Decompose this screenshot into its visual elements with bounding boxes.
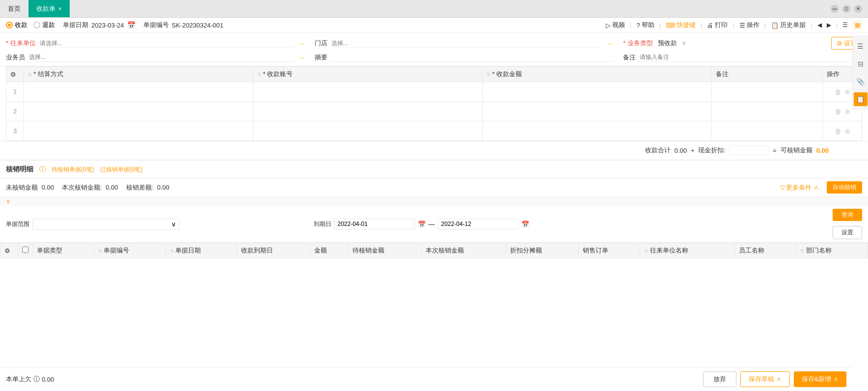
done-tab[interactable]: 已核销单据(0笔) <box>100 166 143 174</box>
range-dropdown-icon: ∨ <box>171 221 176 228</box>
nav-prev[interactable]: ◀ <box>817 22 822 28</box>
table-settings-col[interactable]: ⚙ <box>6 67 24 82</box>
number-field: 单据编号 SK-20230324-001 <box>143 21 224 29</box>
window-controls: — □ × <box>825 5 868 13</box>
toolbar-row: 收款 退款 单据日期 2023-03-24 📅 单据编号 SK-20230324… <box>0 18 868 33</box>
current-amount: 本次核销金额: 0.00 <box>62 183 118 192</box>
video-label: 视频 <box>612 21 625 29</box>
history-link[interactable]: 📋 历史单据 <box>771 21 806 29</box>
bottom-th-settings[interactable]: ⚙ <box>0 243 18 258</box>
number-label: 单据编号 <box>143 21 169 29</box>
hexiao-info-icon[interactable]: ⓘ <box>39 165 46 174</box>
shortcut-link[interactable]: ⌨ 快捷键 <box>666 21 696 29</box>
summary-field: 摘要 <box>315 53 614 62</box>
cell-settlement-2[interactable] <box>24 102 253 121</box>
calendar-icon[interactable]: 📅 <box>127 21 136 29</box>
pending-tab[interactable]: 待核销单据(0笔) <box>52 166 94 174</box>
delete-icon-3[interactable]: 🗑 <box>835 127 841 135</box>
maximize-button[interactable]: □ <box>842 5 850 13</box>
salesperson-input[interactable] <box>27 53 295 62</box>
cell-account-3[interactable] <box>253 121 483 141</box>
salesperson-more-icon[interactable]: ··· <box>299 54 305 61</box>
date-value: 2023-03-24 <box>91 22 124 29</box>
radio-dot-receipt <box>6 22 13 28</box>
history-icon: 📋 <box>771 22 779 29</box>
date-from-input[interactable] <box>334 219 415 229</box>
bottom-table-section: ⚙ 单据类型 ⇅ 单据编号 ⇅ <box>0 243 868 258</box>
cell-remark-1[interactable] <box>712 82 823 102</box>
copy-icon-2[interactable]: ⊕ <box>844 108 850 115</box>
abandon-button[interactable]: 放弃 <box>703 371 736 387</box>
cell-remark-3[interactable] <box>712 121 823 141</box>
counterpart-more-icon[interactable]: ··· <box>299 39 305 47</box>
print-link[interactable]: 🖨 打印 <box>707 21 728 29</box>
store-more-icon[interactable]: ··· <box>607 39 613 47</box>
bottom-th-due-date: 收款到期日 <box>237 243 310 258</box>
footer-info-icon[interactable]: ⓘ <box>33 375 40 384</box>
operate-label: 操作 <box>747 21 760 29</box>
help-link[interactable]: ? 帮助 <box>636 21 654 29</box>
counterpart-input[interactable] <box>38 39 295 48</box>
cell-remark-2[interactable] <box>712 102 823 121</box>
setting-button-2[interactable]: 设置 <box>833 226 862 239</box>
radio-receipt[interactable]: 收款 <box>6 21 27 29</box>
cell-amount-2[interactable] <box>483 102 712 121</box>
range-label: 单据范围 <box>6 220 29 228</box>
draft-button[interactable]: 保存草稿 ∧ <box>740 371 790 387</box>
cell-settlement-1[interactable] <box>24 82 253 102</box>
summary-input[interactable] <box>329 53 614 62</box>
range-select[interactable]: ∨ <box>32 219 180 230</box>
view-list-icon[interactable]: ☰ <box>842 22 848 28</box>
more-filters-btn[interactable]: ▽ 更多条件 ∧ <box>780 183 819 192</box>
th-settlement: ⇅ * 结算方式 <box>24 67 253 82</box>
operate-link[interactable]: ☰ 操作 <box>739 21 760 29</box>
help-label: 帮助 <box>642 21 654 29</box>
close-button[interactable]: × <box>854 5 862 13</box>
nav-next[interactable]: ▶ <box>827 22 831 28</box>
delete-icon-2[interactable]: 🗑 <box>835 108 841 115</box>
table-section: ⚙ ⇅ * 结算方式 ⇅ * 收款账号 ⇅ * 收款金额 <box>0 66 868 141</box>
auto-hexiao-button[interactable]: 自动核销 <box>827 181 862 194</box>
cell-amount-3[interactable] <box>483 121 712 141</box>
minimize-button[interactable]: — <box>831 5 839 13</box>
form-row-1: * 往来单位 ··· 门店 ··· * 业务类型 预收款 ▼ ⚙ 设置 <box>6 37 862 50</box>
remark-input[interactable] <box>638 53 862 62</box>
cell-settlement-3[interactable] <box>24 121 253 141</box>
copy-icon-1[interactable]: ⊕ <box>844 88 850 96</box>
calendar-from-icon[interactable]: 📅 <box>418 221 426 228</box>
video-link[interactable]: ▷ 视频 <box>606 21 625 29</box>
bottom-th-pending: 待核销金额 <box>348 243 421 258</box>
business-type-dropdown-icon[interactable]: ▼ <box>681 40 687 47</box>
sidebar-icon-4[interactable]: 📋 <box>854 92 868 106</box>
sidebar-icon-3[interactable]: 📎 <box>854 75 868 88</box>
view-grid-icon[interactable]: ▦ <box>853 21 862 29</box>
calendar-to-icon[interactable]: 📅 <box>521 221 529 228</box>
select-all-checkbox[interactable] <box>22 247 28 253</box>
bottom-th-date: ⇅ 单据日期 <box>165 243 237 258</box>
bottom-th-sales-order: 销售订单 <box>579 243 640 258</box>
store-input[interactable] <box>329 39 604 48</box>
print-icon: 🖨 <box>707 22 713 29</box>
copy-icon-3[interactable]: ⊕ <box>844 127 850 135</box>
sidebar-icon-2[interactable]: ⊟ <box>854 57 868 71</box>
radio-refund[interactable]: 退款 <box>33 21 55 29</box>
form-row-2: 业务员 ··· 摘要 备注 <box>6 53 862 62</box>
date-to-input[interactable] <box>438 219 518 229</box>
tab-active[interactable]: 收款单 × <box>28 0 70 17</box>
cell-account-2[interactable] <box>253 102 483 121</box>
filter-row: 单据范围 ∨ 到期日 📅 — 📅 查询 设置 <box>0 206 868 243</box>
tab-home[interactable]: 首页 <box>0 0 28 17</box>
tab-close-icon[interactable]: × <box>58 5 62 12</box>
counterpart-field: * 往来单位 ··· <box>6 39 305 48</box>
sidebar-icon-1[interactable]: ☰ <box>854 39 868 53</box>
main-container: 收款 退款 单据日期 2023-03-24 📅 单据编号 SK-20230324… <box>0 18 868 391</box>
cell-account-1[interactable] <box>253 82 483 102</box>
save-new-button[interactable]: 保存&新增 ∧ <box>794 371 846 387</box>
hexiao-table: ⚙ 单据类型 ⇅ 单据编号 ⇅ <box>0 243 868 258</box>
delete-icon-1[interactable]: 🗑 <box>835 88 841 96</box>
query-button[interactable]: 查询 <box>833 209 862 221</box>
discount-input[interactable] <box>730 145 769 155</box>
footer-value: 0.00 <box>42 376 54 383</box>
bottom-th-checkbox[interactable] <box>18 243 33 258</box>
cell-amount-1[interactable] <box>483 82 712 102</box>
